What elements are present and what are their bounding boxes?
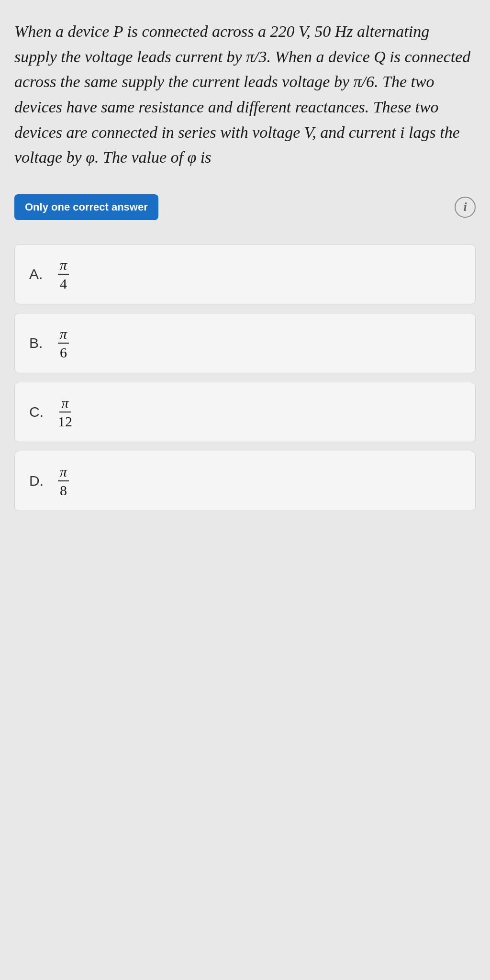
option-a-fraction: π 4 (58, 257, 69, 291)
option-c-fraction: π 12 (58, 395, 72, 429)
option-b-fraction: π 6 (58, 326, 69, 360)
option-d[interactable]: D. π 8 (14, 451, 476, 511)
option-c-denominator: 12 (58, 412, 72, 429)
options-container: A. π 4 B. π 6 C. π 12 (14, 244, 476, 511)
option-a[interactable]: A. π 4 (14, 244, 476, 304)
option-a-value: π 4 (58, 257, 69, 291)
option-b-value: π 6 (58, 326, 69, 360)
option-b[interactable]: B. π 6 (14, 313, 476, 373)
option-a-numerator: π (58, 257, 69, 275)
option-d-numerator: π (58, 464, 69, 481)
option-a-letter: A. (29, 266, 44, 282)
option-c-value: π 12 (58, 395, 72, 429)
option-b-denominator: 6 (60, 344, 67, 360)
option-d-fraction: π 8 (58, 464, 69, 498)
option-b-numerator: π (58, 326, 69, 344)
badge-row: Only one correct answer i (14, 194, 476, 220)
answer-type-badge: Only one correct answer (14, 194, 158, 220)
option-b-letter: B. (29, 335, 44, 351)
page-container: When a device P is connected across a 22… (0, 0, 490, 980)
option-a-denominator: 4 (60, 275, 67, 291)
option-d-value: π 8 (58, 464, 69, 498)
option-c-numerator: π (59, 395, 70, 412)
info-icon[interactable]: i (455, 197, 476, 218)
option-c[interactable]: C. π 12 (14, 382, 476, 442)
option-d-letter: D. (29, 473, 44, 489)
question-text: When a device P is connected across a 22… (14, 19, 476, 170)
option-d-denominator: 8 (60, 481, 67, 498)
option-c-letter: C. (29, 404, 44, 420)
